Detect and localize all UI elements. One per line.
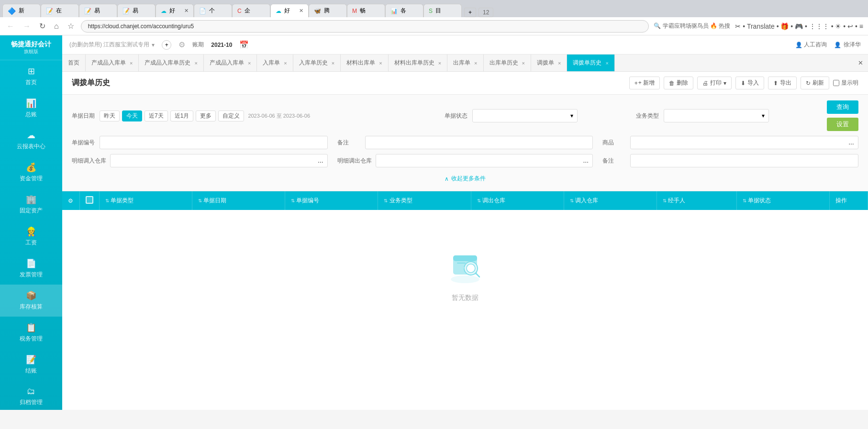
th-type[interactable]: ⇅ 单据类型 — [99, 191, 192, 210]
new-tab-btn[interactable]: + — [464, 8, 476, 17]
browser-tab-3[interactable]: 📝 易 — [117, 4, 156, 17]
close-out[interactable]: × — [474, 60, 477, 66]
close-mat-out-hist[interactable]: × — [438, 60, 441, 66]
export-btn[interactable]: ⬆ 导出 — [768, 77, 797, 89]
remark-input[interactable] — [365, 136, 593, 149]
star-btn[interactable]: ☆ — [66, 20, 76, 33]
delete-btn[interactable]: 🗑 删除 — [664, 77, 693, 89]
sidebar-item-reports[interactable]: ☁ 云报表中心 — [0, 124, 62, 156]
browser-tab-11[interactable]: S 目 — [423, 4, 462, 17]
page-tab-mat-out[interactable]: 材料出库单 × — [341, 55, 388, 72]
browser-tab-6[interactable]: C 企 — [232, 4, 270, 17]
biztype-select[interactable]: ▾ — [664, 109, 769, 122]
number-input[interactable] — [100, 136, 328, 149]
close-transfer[interactable]: × — [558, 60, 561, 66]
sidebar-item-home[interactable]: ⊞ 首页 — [0, 60, 62, 92]
page-tab-prod-in2[interactable]: 产成品入库单 × — [204, 55, 257, 72]
home-btn[interactable]: ⌂ — [52, 20, 61, 33]
browser-tab-9[interactable]: M 畅 — [347, 4, 385, 17]
show-all-toggle[interactable]: 显示明 — [833, 79, 858, 87]
company-selector[interactable]: (勿删勿禁用) 江西服宝测试专用 ▾ — [69, 41, 155, 49]
date-btn-1month[interactable]: 近1月 — [170, 110, 194, 121]
browser-tab-8[interactable]: 🦋 腾 — [309, 4, 347, 17]
status-select[interactable]: ▾ — [472, 109, 578, 122]
remark2-input[interactable] — [630, 154, 858, 167]
close-in-hist[interactable]: × — [332, 60, 334, 66]
sidebar-item-funds[interactable]: 💰 资金管理 — [0, 156, 62, 188]
consultation-btn[interactable]: 👤 人工咨询 — [795, 41, 827, 49]
extensions-area[interactable]: ✂ • Translate • 🎁 • 🎮 • ⋮⋮⋮ • ☀ • ↩ • ≡ — [735, 22, 863, 30]
tab-close-7[interactable]: ✕ — [299, 8, 303, 14]
page-tab-out-hist[interactable]: 出库单历史 × — [484, 55, 531, 72]
th-biztype[interactable]: ⇅ 业务类型 — [378, 191, 471, 210]
page-tab-prod-in[interactable]: 产成品入库单 × — [86, 55, 139, 72]
th-status[interactable]: ⇅ 单据状态 — [736, 191, 829, 210]
page-tab-in[interactable]: 入库单 × — [257, 55, 293, 72]
sidebar-item-inventory[interactable]: 📦 库存核算 — [0, 285, 62, 317]
close-prod-in[interactable]: × — [130, 60, 133, 66]
th-date[interactable]: ⇅ 单据日期 — [192, 191, 285, 210]
browser-tab-10[interactable]: 📊 各 — [385, 4, 423, 17]
add-company-btn[interactable]: + — [162, 40, 171, 50]
tab-nav-close-btn[interactable]: ✕ — [853, 59, 868, 66]
browser-tab-5[interactable]: 📄 个 — [194, 4, 232, 17]
date-btn-7days[interactable]: 近7天 — [145, 110, 168, 121]
page-tab-in-hist[interactable]: 入库单历史 × — [293, 55, 341, 72]
page-tab-mat-out-hist[interactable]: 材料出库单历史 × — [389, 55, 447, 72]
print-btn[interactable]: 🖨 打印 ▾ — [697, 77, 732, 89]
th-check[interactable] — [79, 191, 99, 210]
detail-out-select[interactable]: … — [376, 154, 593, 167]
close-prod-in2[interactable]: × — [248, 60, 251, 66]
close-in[interactable]: × — [284, 60, 287, 66]
user-info[interactable]: 👤 徐泽华 — [834, 41, 861, 49]
goods-select[interactable]: … — [630, 136, 858, 149]
date-btn-more[interactable]: 更多 — [196, 110, 216, 121]
sidebar-item-archive[interactable]: 🗂 归档管理 — [0, 381, 62, 410]
th-out-wh[interactable]: ⇅ 调出仓库 — [471, 191, 564, 210]
date-btn-yesterday[interactable]: 昨天 — [100, 110, 120, 121]
browser-tab-2[interactable]: 📝 易 — [79, 4, 117, 17]
empty-text: 暂无数据 — [452, 294, 479, 302]
filter-settings-btn[interactable]: 设置 — [827, 118, 858, 131]
header-checkbox[interactable] — [86, 196, 93, 204]
show-all-checkbox[interactable] — [833, 80, 839, 86]
th-gear[interactable]: ⚙ — [62, 191, 79, 210]
browser-tab-4[interactable]: ☁ 好 ✕ — [156, 4, 194, 17]
browser-tab-7[interactable]: ☁ 好 ✕ — [270, 4, 309, 17]
sidebar-item-salary[interactable]: 👷 工资 — [0, 220, 62, 253]
close-transfer-hist[interactable]: × — [605, 60, 608, 66]
import-btn[interactable]: ⬇ 导入 — [735, 77, 764, 89]
browser-tab-1[interactable]: 📝 在 — [41, 4, 79, 17]
gear-settings-icon[interactable]: ⚙ — [178, 40, 185, 49]
back-btn[interactable]: ← — [5, 20, 16, 33]
sidebar-item-closing[interactable]: 📝 结账 — [0, 349, 62, 381]
th-number[interactable]: ⇅ 单据编号 — [285, 191, 378, 210]
browser-tab-0[interactable]: 🔷 新 — [2, 4, 41, 17]
close-mat-out[interactable]: × — [379, 60, 382, 66]
date-btn-custom[interactable]: 自定义 — [218, 110, 244, 121]
calendar-icon[interactable]: 📅 — [239, 40, 249, 49]
page-tab-home[interactable]: 首页 — [62, 55, 86, 72]
close-out-hist[interactable]: × — [522, 60, 525, 66]
tab-close-4[interactable]: ✕ — [184, 8, 189, 14]
sidebar-item-ledger[interactable]: 📊 总账 — [0, 92, 62, 124]
th-handler[interactable]: ⇅ 经手人 — [657, 191, 737, 210]
close-prod-in-hist[interactable]: × — [194, 60, 197, 66]
new-record-btn[interactable]: + + 新增 — [629, 77, 660, 89]
page-tab-transfer[interactable]: 调拨单 × — [531, 55, 567, 72]
page-tab-transfer-hist[interactable]: 调拨单历史 × — [567, 55, 614, 72]
th-in-wh[interactable]: ⇅ 调入仓库 — [564, 191, 657, 210]
refresh-action-btn[interactable]: ↻ 刷新 — [801, 77, 829, 89]
address-input[interactable] — [81, 20, 649, 33]
date-btn-today[interactable]: 今天 — [122, 110, 142, 121]
forward-btn[interactable]: → — [21, 20, 33, 33]
page-tab-prod-in-hist[interactable]: 产成品入库单历史 × — [139, 55, 203, 72]
sidebar-item-invoice[interactable]: 📄 发票管理 — [0, 253, 62, 285]
page-tab-out[interactable]: 出库单 × — [447, 55, 483, 72]
detail-in-select[interactable]: … — [110, 154, 328, 167]
collapse-btn[interactable]: ∧ 收起更多条件 — [72, 172, 858, 185]
query-btn[interactable]: 查询 — [827, 100, 858, 114]
sidebar-item-tax[interactable]: 📋 税务管理 — [0, 317, 62, 349]
refresh-btn[interactable]: ↻ — [37, 20, 47, 33]
sidebar-item-assets[interactable]: 🏢 固定资产 — [0, 188, 62, 220]
